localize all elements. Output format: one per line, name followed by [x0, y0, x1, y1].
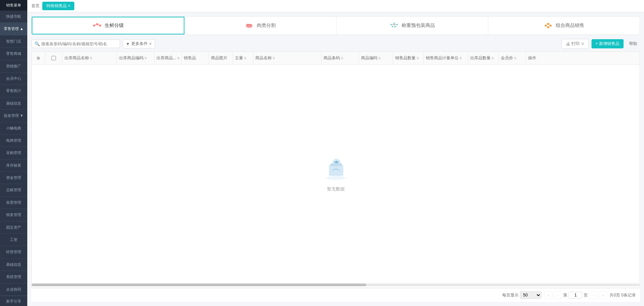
active-tab[interactable]: 特殊销售品 ×: [42, 2, 74, 10]
table-container: ⚙ 出库商品名称 ⇅ 出库商品编码 ⇅ 出库商品... ⇅: [31, 51, 640, 288]
sort-icon-3[interactable]: ⇅: [177, 56, 180, 60]
sidebar-item-ecommerce-small[interactable]: 小畅电商: [0, 122, 27, 135]
page-label: 第: [563, 292, 567, 298]
filter-button[interactable]: ▼ 更多条件 ∨: [123, 39, 155, 48]
sidebar-item-basic-info-2[interactable]: 基础信息: [0, 259, 27, 271]
scrollbar-thumb[interactable]: [32, 284, 366, 286]
sort-icon-5[interactable]: ⇅: [272, 56, 275, 60]
add-sale-button[interactable]: + 新增销售品: [591, 39, 624, 48]
sort-icon-9[interactable]: ⇅: [459, 56, 462, 60]
th-out-spec: 出库商品... ⇅: [154, 52, 182, 64]
svg-point-26: [326, 176, 345, 180]
combo-sales-icon: [543, 22, 553, 29]
th-settings[interactable]: ⚙: [32, 52, 45, 64]
sidebar-item-retail-mgmt[interactable]: 零售管理 ▲: [0, 23, 27, 35]
th-sale-goods: 销售品: [182, 52, 209, 64]
svg-point-5: [93, 25, 95, 26]
sidebar-logo: 销售菜单: [0, 0, 27, 11]
sidebar-item-fixed-assets[interactable]: 固定资产: [0, 221, 27, 234]
svg-point-30: [335, 161, 338, 164]
sidebar-item-quick-nav[interactable]: 快捷导航: [0, 11, 27, 23]
search-input[interactable]: [41, 42, 117, 46]
printer-icon: 🖨: [566, 42, 570, 46]
meat-division-icon: [244, 22, 254, 29]
th-goods-code: 商品编码 ⇅: [359, 52, 393, 64]
sidebar-item-inventory[interactable]: 库存核算: [0, 159, 27, 172]
th-out-code: 出库商品编码 ⇅: [117, 52, 154, 64]
first-page-button[interactable]: «: [544, 291, 552, 299]
sidebar-item-tax-mgmt[interactable]: 税务管理: [0, 209, 27, 221]
search-box[interactable]: 🔍: [31, 40, 120, 48]
tab-fresh-grade[interactable]: 生鲜分级: [32, 17, 184, 34]
home-tab[interactable]: 首页: [31, 3, 40, 9]
sort-icon-11[interactable]: ⇅: [514, 56, 516, 60]
sidebar-item-enterprise-collab[interactable]: 企业协同: [0, 284, 27, 296]
sort-icon-10[interactable]: ⇅: [491, 56, 494, 60]
tab-meat-division[interactable]: 肉类分割: [184, 17, 336, 34]
svg-point-17: [395, 26, 396, 27]
toolbar-right: 🖨 打印 ∨ + 新增销售品 帮助: [561, 39, 640, 49]
fresh-grade-icon: [92, 22, 102, 29]
sidebar-item-member-center[interactable]: 会员中心: [0, 73, 27, 85]
pagination-bar: 每页显示 20 50 100 « ‹ 第 页 › » 共0页 0条记录: [31, 288, 640, 302]
sidebar-item-general-ledger[interactable]: 总账管理: [0, 184, 27, 196]
sidebar-item-operations-mgmt[interactable]: 经营管理: [0, 246, 27, 258]
sidebar-item-retail-mall[interactable]: 零售商城: [0, 48, 27, 60]
sidebar-item-invoice-mgmt[interactable]: 发票管理: [0, 197, 27, 209]
select-all-checkbox[interactable]: [51, 56, 56, 60]
page-size-select[interactable]: 20 50 100: [520, 291, 541, 299]
settings-icon: ⚙: [36, 56, 40, 61]
content-area: 生鲜分级 肉类分割: [27, 12, 644, 306]
sidebar-item-retail-stats[interactable]: 零售统计: [0, 85, 27, 97]
print-button[interactable]: 🖨 打印 ∨: [561, 39, 588, 49]
sidebar-item-marketing[interactable]: 营销推广: [0, 60, 27, 73]
sidebar-item-smart-store[interactable]: 智慧门店: [0, 35, 27, 48]
th-main-weight: 主量 ⇅: [233, 52, 253, 64]
sidebar-item-ecommerce-mgmt[interactable]: 电商管理: [0, 135, 27, 147]
sidebar-item-wholesale-mgmt[interactable]: 批发管理 ▼: [0, 110, 27, 122]
empty-state: 暂无数据: [32, 65, 640, 282]
help-button[interactable]: 帮助: [626, 40, 640, 48]
page-navigation: « ‹ 第 页 › »: [544, 291, 607, 299]
th-barcode: 商品条码 ⇅: [321, 52, 359, 64]
tab-weight-prepack[interactable]: 称重预包装商品: [336, 17, 488, 34]
th-checkbox[interactable]: [45, 52, 62, 64]
last-page-button[interactable]: »: [599, 291, 607, 299]
prev-page-button[interactable]: ‹: [554, 291, 562, 299]
topbar: 首页 特殊销售品 ×: [27, 0, 644, 12]
toolbar: 🔍 ▼ 更多条件 ∨ 🖨 打印 ∨ + 新增销售品 帮助: [31, 39, 640, 49]
page-number-input[interactable]: [569, 292, 582, 299]
sort-icon-8[interactable]: ⇅: [416, 56, 419, 60]
tab-combo-sales[interactable]: 组合商品销售: [488, 17, 640, 34]
th-out-qty: 出库品数量 ⇅: [468, 52, 499, 64]
sort-icon[interactable]: ⇅: [90, 56, 92, 60]
svg-point-7: [100, 25, 101, 26]
toolbar-left: 🔍 ▼ 更多条件 ∨: [31, 39, 155, 48]
filter-icon: ▼: [126, 42, 130, 46]
next-page-button[interactable]: ›: [589, 291, 597, 299]
sidebar-item-salary[interactable]: 工资: [0, 234, 27, 246]
svg-point-13: [390, 24, 392, 25]
th-image: 商品图片: [209, 52, 233, 64]
empty-text: 暂无数据: [327, 186, 345, 192]
svg-point-14: [393, 22, 395, 24]
th-member-price: 会员价 ⇅: [499, 52, 526, 64]
sidebar-new-guide[interactable]: 新手引导: [0, 296, 27, 306]
sort-icon-2[interactable]: ⇅: [144, 56, 147, 60]
sidebar-item-purchase-mgmt[interactable]: 采购管理: [0, 147, 27, 159]
horizontal-scrollbar[interactable]: [32, 284, 640, 286]
th-action: 操作: [526, 52, 640, 64]
sort-icon-4[interactable]: ⇅: [244, 56, 246, 60]
sort-icon-6[interactable]: ⇅: [341, 56, 343, 60]
empty-state-icon: [322, 155, 349, 182]
search-icon: 🔍: [34, 41, 40, 46]
weight-prepack-icon: [389, 22, 399, 29]
th-goods-name: 商品名称 ⇅: [253, 52, 321, 64]
svg-point-6: [96, 24, 98, 25]
total-info: 共0页 0条记录: [610, 292, 636, 298]
sidebar-item-finance[interactable]: 资金管理: [0, 172, 27, 184]
th-out-name: 出库商品名称 ⇅: [62, 52, 117, 64]
sort-icon-7[interactable]: ⇅: [378, 56, 381, 60]
sidebar-item-system-mgmt[interactable]: 系统管理: [0, 271, 27, 283]
sidebar-item-basic-info-1[interactable]: 基础信息: [0, 97, 27, 110]
